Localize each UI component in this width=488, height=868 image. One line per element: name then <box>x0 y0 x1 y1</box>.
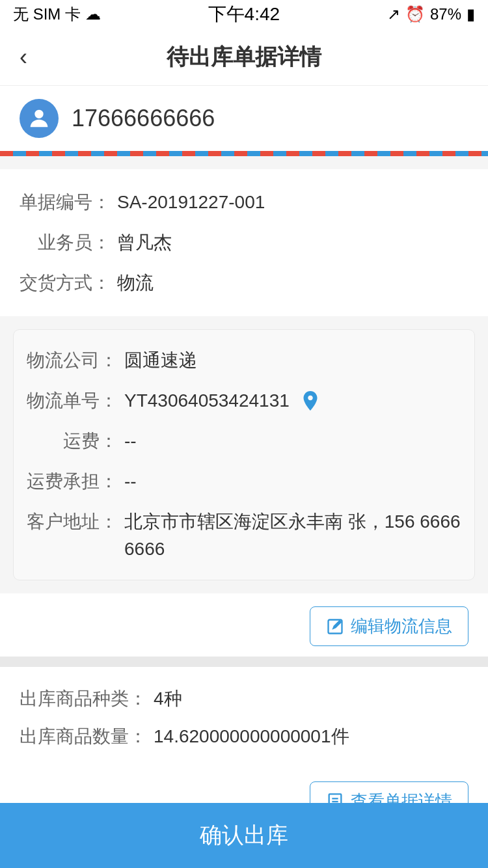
tracking-number-row: 物流单号： YT43064053424131 <box>27 387 461 414</box>
order-number-row: 单据编号： SA-20191227-001 <box>20 189 468 216</box>
logistics-company-row: 物流公司： 圆通速递 <box>27 347 461 374</box>
freight-value: -- <box>118 427 461 455</box>
salesperson-label: 业务员： <box>20 229 111 256</box>
freight-label: 运费： <box>27 427 118 455</box>
salesperson-value: 曾凡杰 <box>111 229 468 256</box>
goods-section: 出库商品种类： 4种 出库商品数量： 14.620000000000001件 <box>0 667 488 768</box>
edit-logistics-button[interactable]: 编辑物流信息 <box>310 606 468 646</box>
logistics-company-value: 圆通速递 <box>118 347 461 374</box>
back-button[interactable]: ‹ <box>20 44 27 71</box>
sim-label: 无 SIM 卡 ☁ <box>13 4 101 25</box>
goods-quantity-value: 14.620000000000001件 <box>147 724 349 749</box>
battery-percentage: 87% <box>430 5 461 23</box>
freight-bearer-label: 运费承担： <box>27 468 118 495</box>
order-number-value: SA-20191227-001 <box>111 189 468 216</box>
alarm-icon: ⏰ <box>405 5 425 23</box>
edit-icon <box>326 617 344 636</box>
goods-quantity-row: 出库商品数量： 14.620000000000001件 <box>20 724 468 749</box>
freight-row: 运费： -- <box>27 427 461 455</box>
goods-types-row: 出库商品种类： 4种 <box>20 686 468 711</box>
user-avatar-icon <box>26 105 52 131</box>
tracking-value-text: YT43064053424131 <box>124 387 290 414</box>
svg-point-0 <box>34 110 43 118</box>
freight-bearer-value: -- <box>118 468 461 495</box>
delivery-method-label: 交货方式： <box>20 269 111 297</box>
goods-types-label: 出库商品种类： <box>20 686 147 711</box>
confirm-outbound-label: 确认出库 <box>200 821 288 850</box>
battery-icon: ▮ <box>467 5 475 23</box>
nav-bar: ‹ 待出库单据详情 <box>0 29 488 86</box>
goods-types-value: 4种 <box>147 686 182 711</box>
order-number-label: 单据编号： <box>20 189 111 216</box>
edit-btn-row: 编辑物流信息 <box>0 593 488 657</box>
address-label: 客户地址： <box>27 508 118 536</box>
delivery-method-row: 交货方式： 物流 <box>20 269 468 297</box>
location-status-icon: ↗ <box>387 5 400 23</box>
salesperson-row: 业务员： 曾凡杰 <box>20 229 468 256</box>
address-row: 客户地址： 北京市市辖区海淀区永丰南 张，156 6666 6666 <box>27 508 461 563</box>
status-bar: 无 SIM 卡 ☁ 下午4:42 ↗ ⏰ 87% ▮ <box>0 0 488 29</box>
freight-bearer-row: 运费承担： -- <box>27 468 461 495</box>
status-right: ↗ ⏰ 87% ▮ <box>387 5 475 23</box>
address-value: 北京市市辖区海淀区永丰南 张，156 6666 6666 <box>118 508 461 563</box>
logistics-company-label: 物流公司： <box>27 347 118 374</box>
avatar <box>20 99 59 138</box>
tracking-number-value: YT43064053424131 <box>118 387 461 414</box>
section-separator <box>0 657 488 667</box>
edit-logistics-label: 编辑物流信息 <box>351 615 452 638</box>
logistics-card: 物流公司： 圆通速递 物流单号： YT43064053424131 运费： --… <box>13 329 475 580</box>
status-left: 无 SIM 卡 ☁ <box>13 4 101 25</box>
map-pin-icon[interactable] <box>299 389 322 413</box>
customer-phone: 17666666666 <box>72 105 215 132</box>
confirm-outbound-button[interactable]: 确认出库 <box>0 803 488 868</box>
goods-quantity-label: 出库商品数量： <box>20 724 147 749</box>
tracking-number-label: 物流单号： <box>27 387 118 414</box>
customer-header: 17666666666 <box>0 86 488 151</box>
status-time: 下午4:42 <box>208 2 280 27</box>
delivery-method-value: 物流 <box>111 269 468 297</box>
order-info-section: 单据编号： SA-20191227-001 业务员： 曾凡杰 交货方式： 物流 <box>0 169 488 316</box>
decorative-separator <box>0 151 488 156</box>
page-title: 待出库单据详情 <box>167 42 321 72</box>
